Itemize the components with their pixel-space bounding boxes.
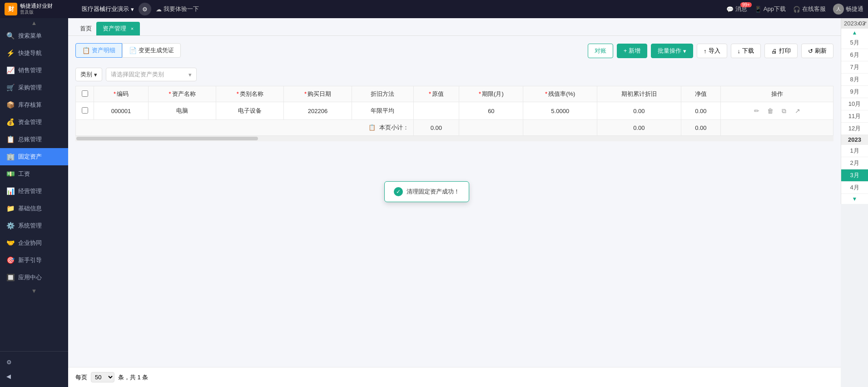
- sales-icon: 📈: [6, 66, 15, 74]
- sidebar-label-funds: 资金管理: [18, 118, 42, 126]
- calendar-scroll-up[interactable]: ▲: [841, 29, 868, 37]
- sidebar-item-ledger[interactable]: 📋 总账管理: [0, 131, 68, 148]
- category-select[interactable]: 类别 ▾: [75, 68, 102, 81]
- more-action-btn[interactable]: ↗: [793, 106, 803, 116]
- sidebar-collapse-button[interactable]: ◀: [0, 369, 68, 383]
- sidebar-item-purchase[interactable]: 🛒 采购管理: [0, 79, 68, 96]
- import-button[interactable]: ↑ 导入: [697, 44, 727, 58]
- horizontal-scrollbar[interactable]: [75, 136, 833, 141]
- sub-tab-asset-detail[interactable]: 📋 资产明细: [75, 43, 122, 58]
- calendar-scroll-down[interactable]: ▼: [841, 194, 868, 204]
- avatar: 人: [833, 4, 844, 15]
- sidebar-item-payroll[interactable]: 💵 工资: [0, 165, 68, 183]
- import-icon: ↑: [704, 48, 707, 55]
- tab-home[interactable]: 首页: [75, 22, 96, 35]
- asset-detail-icon: 📋: [82, 47, 90, 54]
- tab-asset-management[interactable]: 资产管理 ×: [96, 22, 140, 35]
- sidebar-label-quick-nav: 快捷导航: [18, 49, 42, 57]
- sidebar-item-inventory[interactable]: 📦 库存核算: [0, 96, 68, 114]
- sub-tab-change-voucher[interactable]: 📄 变更生成凭证: [122, 43, 181, 58]
- category-filter-input[interactable]: 请选择固定资产类别 ▾: [106, 68, 197, 81]
- subtotal-net-value: 0.00: [681, 120, 721, 136]
- cell-initial-depreciation: 0.00: [597, 102, 681, 120]
- calendar-scroll[interactable]: 5月 6月 7月 8月 9月 10月 11月 12月 2023 1月 2月 3月…: [841, 37, 868, 194]
- messages-button[interactable]: 💬 消息 99+: [726, 5, 747, 13]
- tab-close-icon[interactable]: ×: [131, 26, 134, 31]
- calendar-month-12[interactable]: 12月: [841, 123, 868, 135]
- sidebar-item-app-center[interactable]: 🔲 应用中心: [0, 269, 68, 286]
- calendar-month-9[interactable]: 9月: [841, 86, 868, 98]
- calendar-month-1[interactable]: 1月: [841, 145, 868, 157]
- right-panel: 2023.03 ▲ 5月 6月 7月 8月 9月 10月 11月 12月 202…: [841, 18, 868, 204]
- copy-action-btn[interactable]: ⧉: [779, 106, 789, 116]
- edit-action-btn[interactable]: ✏: [752, 106, 762, 116]
- calendar-month-3-current[interactable]: 3月: [841, 169, 868, 182]
- system-icon: ⚙️: [6, 222, 15, 230]
- app-download-button[interactable]: 📱 App下载: [754, 5, 786, 13]
- success-check-icon: ✓: [394, 187, 403, 196]
- sidebar-item-basic-info[interactable]: 📁 基础信息: [0, 200, 68, 217]
- delete-action-btn[interactable]: 🗑: [765, 106, 775, 116]
- sidebar-label-system: 系统管理: [18, 222, 42, 230]
- sidebar-item-system[interactable]: ⚙️ 系统管理: [0, 217, 68, 234]
- download-button[interactable]: ↓ 下载: [731, 44, 761, 58]
- cell-category: 电子设备: [216, 102, 284, 120]
- collapse-icon: ◀: [6, 373, 11, 380]
- company-dropdown-icon: ▾: [131, 6, 134, 13]
- select-all-checkbox[interactable]: [82, 90, 88, 97]
- sidebar-item-cooperation[interactable]: 🤝 企业协同: [0, 234, 68, 252]
- panel-expand-button[interactable]: ⤢: [863, 20, 867, 27]
- up-arrow-icon: ▲: [852, 30, 858, 36]
- company-name: 医疗器械行业演示: [82, 5, 129, 13]
- refresh-button[interactable]: ↺ 刷新: [801, 44, 833, 58]
- calendar-month-2[interactable]: 2月: [841, 157, 868, 169]
- sidebar-scroll-down[interactable]: ▼: [0, 286, 68, 295]
- service-icon: 🎧: [793, 6, 800, 13]
- batch-ops-button[interactable]: 批量操作 ▾: [651, 44, 693, 58]
- calendar-month-8[interactable]: 8月: [841, 74, 868, 86]
- per-page-select[interactable]: 50 10 20 100: [91, 372, 114, 382]
- sidebar-label-sales: 销售管理: [18, 66, 42, 74]
- user-menu[interactable]: 人 畅捷通: [833, 4, 863, 15]
- online-service-button[interactable]: 🎧 在线客服: [793, 5, 826, 13]
- new-button[interactable]: + 新增: [617, 44, 647, 58]
- calendar-month-4[interactable]: 4月: [841, 182, 868, 194]
- panel-close-button[interactable]: ×: [857, 20, 861, 27]
- page-content: 📋 资产明细 📄 变更生成凭证 对账 + 新增: [68, 36, 841, 367]
- settings-icon[interactable]: ⚙: [139, 3, 151, 15]
- sidebar-item-fixed-assets[interactable]: 🏢 固定资产: [0, 148, 68, 165]
- sidebar-item-sales[interactable]: 📈 销售管理: [0, 62, 68, 79]
- calendar-month-5[interactable]: 5月: [841, 37, 868, 49]
- sidebar-item-quick-nav[interactable]: ⚡ 快捷导航: [0, 45, 68, 62]
- header-period: *期限(月): [459, 86, 523, 102]
- down-arrow-icon: ▼: [852, 196, 858, 202]
- sidebar-label-inventory: 库存核算: [18, 101, 42, 109]
- sidebar-item-operations[interactable]: 📊 经营管理: [0, 183, 68, 200]
- basic-info-icon: 📁: [6, 204, 15, 213]
- calendar-month-11[interactable]: 11月: [841, 110, 868, 123]
- sidebar-settings-button[interactable]: ⚙: [0, 355, 68, 369]
- calendar-month-6[interactable]: 6月: [841, 49, 868, 61]
- row-checkbox[interactable]: [82, 107, 88, 114]
- row-action-group: ✏ 🗑 ⧉ ↗: [725, 106, 828, 116]
- scrollbar-thumb[interactable]: [76, 137, 258, 140]
- sidebar-item-guide[interactable]: 🎯 新手引导: [0, 252, 68, 269]
- print-button[interactable]: 🖨 打印: [764, 44, 798, 58]
- sidebar-item-search[interactable]: 🔍 搜索菜单: [0, 27, 68, 45]
- toast-message: 清理固定资产成功！: [407, 188, 460, 196]
- sidebar-scroll-up[interactable]: ▲: [0, 18, 68, 27]
- cell-code: 000001: [94, 102, 149, 120]
- company-selector[interactable]: 医疗器械行业演示 ▾: [82, 5, 134, 13]
- subtotal-empty-rate: [523, 120, 597, 136]
- app-version: 普及版: [20, 9, 53, 15]
- pagination-bar: 每页 50 10 20 100 条，共 1 条: [68, 367, 841, 387]
- calendar-month-10[interactable]: 10月: [841, 98, 868, 110]
- sidebar-item-funds[interactable]: 💰 资金管理: [0, 114, 68, 131]
- calendar-year-2023: 2023: [841, 135, 868, 145]
- calendar-month-7[interactable]: 7月: [841, 61, 868, 74]
- app-name: 畅捷通好业财: [20, 3, 53, 9]
- experience-button[interactable]: ☁ 我要体验一下: [156, 5, 199, 13]
- table-row: 000001 电脑 电子设备 202206 年限平均 60 5.0000 0.0…: [76, 102, 833, 120]
- fixed-assets-icon: 🏢: [6, 153, 15, 161]
- reconcile-button[interactable]: 对账: [588, 44, 613, 58]
